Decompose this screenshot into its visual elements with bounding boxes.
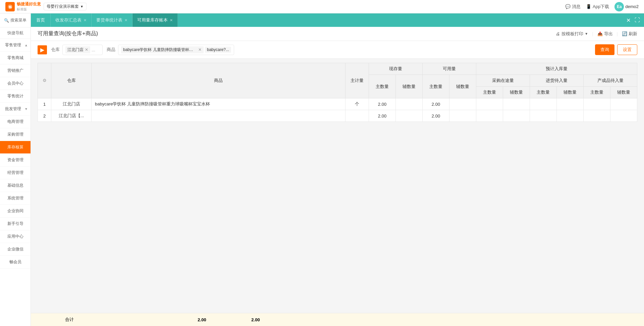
app-icon: 📱	[586, 4, 591, 9]
sidebar-item-inventory[interactable]: 库存核算	[0, 141, 31, 154]
industry-selector[interactable]: 母婴行业演示账套 ▼	[44, 3, 87, 10]
filter-bar: ▶ 仓库 江北门店 ✕ ... 商品 babycare	[31, 41, 644, 59]
divider: |	[617, 31, 618, 36]
product-filter-input[interactable]: babycare学饮杯 儿童防摔防撞吸管杯重力球吸嘴杯宝宝水杯 ✕ babyca…	[118, 45, 234, 55]
th-warehouse: 仓库	[51, 63, 92, 98]
query-button[interactable]: 查询	[595, 44, 614, 55]
export-button[interactable]: 📤 导出	[597, 31, 613, 37]
top-bar-left: 畅 畅捷通好生意 标准版 母婴行业演示账套 ▼	[5, 1, 87, 12]
warehouse-tag-value: 江北门店	[67, 47, 84, 53]
tab-home-label: 首页	[36, 17, 45, 23]
settings-button[interactable]: 设置	[617, 44, 637, 55]
table-row: 1 江北门店 babycare学饮杯 儿童防摔防撞吸管杯重力球吸嘴杯宝宝水杯 个…	[38, 98, 637, 110]
sidebar-item-label: 经营管理	[1, 170, 29, 176]
print-icon: 🖨	[556, 31, 560, 36]
sidebar-item-label: 畅会员	[1, 259, 29, 265]
app-download-label: App下载	[593, 4, 609, 10]
sidebar-item-wholesale[interactable]: 批发管理 ▼	[0, 103, 31, 115]
cell-num: 2	[38, 110, 51, 122]
tab-receivable-summary[interactable]: 收发存汇总表 ✕	[51, 13, 92, 27]
message-button[interactable]: 💬 消息	[565, 4, 581, 10]
cell-avail-main: 2.00	[423, 98, 449, 110]
sidebar-item-app-center[interactable]: 应用中心	[0, 230, 31, 243]
sidebar-item-ecommerce[interactable]: 电商管理	[0, 115, 31, 128]
app-download-button[interactable]: 📱 App下载	[586, 4, 609, 10]
cell-num: 1	[38, 98, 51, 110]
warehouse-filter-input[interactable]: 江北门店 ✕ ...	[62, 45, 103, 55]
content-area: 首页 收发存汇总表 ✕ 要货单统计表 ✕ 可用量库存账本 ✕ ✕ ⛶	[31, 13, 644, 326]
sidebar-item-label: 零售商城	[1, 55, 29, 61]
tab-order-stats[interactable]: 要货单统计表 ✕	[92, 13, 132, 27]
sidebar-item-marketing[interactable]: 营销推广	[0, 64, 31, 77]
th-incoming: 进货待入量	[530, 75, 584, 87]
sidebar-item-retail-stats[interactable]: 零售统计	[0, 90, 31, 103]
sidebar-item-wechat[interactable]: 企业微信	[0, 243, 31, 256]
cell-stock-main: 2.00	[369, 110, 396, 122]
avatar-text: Ea	[617, 4, 622, 9]
product-tag-1-close-icon[interactable]: ✕	[198, 47, 202, 52]
product-tag-2-value: babycare?...	[207, 47, 229, 52]
page-header: 可用量查询(按仓库+商品) 🖨 按模板打印 ▼ | 📤 导出 | 🔄	[31, 27, 644, 41]
sidebar-item-retail-mall[interactable]: 零售商城	[0, 52, 31, 64]
sidebar-item-enterprise-collab[interactable]: 企业协同	[0, 205, 31, 218]
th-purchase-main: 主数量	[476, 87, 503, 98]
cell-unit	[345, 110, 369, 122]
tab-expand-button[interactable]: ⛶	[633, 16, 641, 25]
filter-more-icon[interactable]: ...	[92, 47, 95, 52]
gear-icon[interactable]: ⚙	[42, 78, 47, 83]
tab-close-all-button[interactable]: ✕	[625, 16, 632, 25]
search-icon: 🔍	[4, 18, 9, 23]
th-avail-aux: 辅数量	[449, 75, 476, 98]
footer-avail-main: 2.00	[242, 317, 269, 322]
tab-bar: 首页 收发存汇总表 ✕ 要货单统计表 ✕ 可用量库存账本 ✕ ✕ ⛶	[31, 13, 644, 27]
sidebar-item-label: 零售统计	[1, 93, 29, 99]
tab-close-icon[interactable]: ✕	[84, 18, 87, 22]
th-available: 可用量	[423, 63, 476, 75]
tab-label: 要货单统计表	[96, 17, 122, 23]
tab-label: 收发存汇总表	[55, 17, 82, 23]
sidebar: 🔍 搜索菜单 快捷导航 零售管理 ▲ 零售商城 营销推广 会员中心 零售统计 批…	[0, 13, 31, 326]
warehouse-tag-close-icon[interactable]: ✕	[85, 47, 88, 52]
sidebar-item-label: 营销推广	[1, 68, 29, 74]
user-area[interactable]: Ea demo2	[614, 2, 639, 11]
sidebar-item-basic-info[interactable]: 基础信息	[0, 179, 31, 192]
th-current-stock: 现存量	[369, 63, 423, 75]
sidebar-item-label: 零售管理	[1, 42, 24, 48]
sidebar-item-label: 资金管理	[1, 157, 29, 163]
th-avail-main: 主数量	[423, 75, 449, 98]
cell-warehouse: 江北门店	[51, 98, 92, 110]
header-actions: 🖨 按模板打印 ▼ | 📤 导出 | 🔄 刷新	[556, 31, 637, 37]
quick-nav-button[interactable]: 快捷导航	[0, 28, 31, 39]
sidebar-item-member[interactable]: 会员中心	[0, 77, 31, 90]
sidebar-item-guide[interactable]: 新手引导	[0, 218, 31, 230]
tab-close-icon[interactable]: ✕	[124, 18, 127, 22]
search-menu-button[interactable]: 🔍 搜索菜单	[3, 16, 28, 25]
sidebar-item-operations[interactable]: 经营管理	[0, 167, 31, 179]
sidebar-item-label: 采购管理	[1, 132, 29, 137]
sidebar-item-finance[interactable]: 资金管理	[0, 154, 31, 167]
sidebar-item-label: 企业微信	[1, 246, 29, 252]
tab-close-icon[interactable]: ✕	[170, 18, 173, 22]
tab-available-inventory[interactable]: 可用量库存账本 ✕	[132, 13, 178, 27]
sidebar-item-system[interactable]: 系统管理	[0, 192, 31, 205]
logo-text: 畅捷通好生意	[17, 1, 41, 7]
chevron-down-icon: ▼	[80, 5, 84, 8]
sidebar-item-retail-mgmt[interactable]: 零售管理 ▲	[0, 39, 31, 52]
th-production-main: 主数量	[584, 87, 610, 98]
th-planned-in: 预计入库量	[476, 63, 637, 75]
cell-production-aux	[610, 98, 637, 110]
th-unit: 主计量	[345, 63, 369, 98]
product-tag-2: babycare?...	[205, 47, 231, 53]
export-label: 导出	[604, 31, 613, 37]
refresh-button[interactable]: 🔄 刷新	[622, 31, 637, 37]
print-label: 按模板打印	[561, 31, 583, 37]
sidebar-item-vip[interactable]: 畅会员	[0, 256, 31, 269]
top-bar-right: 💬 消息 📱 App下载 Ea demo2	[565, 2, 639, 11]
tab-home[interactable]: 首页	[31, 13, 51, 27]
industry-selector-label: 母婴行业演示账套	[47, 4, 79, 9]
sidebar-item-purchase[interactable]: 采购管理	[0, 128, 31, 141]
print-button[interactable]: 🖨 按模板打印 ▼	[556, 31, 588, 37]
filter-toggle-button[interactable]: ▶	[38, 45, 47, 54]
cell-incoming-main	[530, 110, 557, 122]
th-incoming-main: 主数量	[530, 87, 557, 98]
